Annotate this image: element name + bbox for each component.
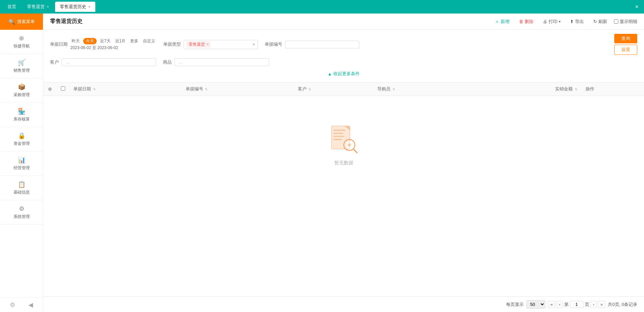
sidebar-collapse-icon[interactable]: ◀: [28, 301, 33, 309]
tab-retail-return[interactable]: 零售退货 ×: [22, 2, 54, 12]
th-checkbox[interactable]: [57, 83, 69, 96]
tab-retail-return-close[interactable]: ×: [47, 4, 49, 9]
th-amount-sort: ⇅: [575, 87, 577, 91]
collapse-filter-btn[interactable]: ▲ 收起更多条件: [50, 69, 637, 78]
page-last-btn[interactable]: »: [598, 301, 605, 308]
sidebar-item-stock-mgmt[interactable]: 🏪 库存核算: [0, 103, 43, 127]
stock-mgmt-icon: 🏪: [18, 108, 25, 115]
filter-type-label: 单据类型: [163, 41, 181, 47]
sidebar-item-quick-nav-label: 快捷导航: [14, 43, 30, 49]
sidebar-item-finance-mgmt[interactable]: 🔒 资金管理: [0, 127, 43, 152]
sidebar-item-finance-mgmt-label: 资金管理: [14, 141, 30, 147]
main-layout: 🔍 搜索菜单 ⊕ 快捷导航 🛒 销售管理 📦 采购管理 🏪 库存核算 🔒 资金管…: [0, 14, 644, 312]
tab-bar: 首页 零售退货 × 零售退货历史 × ×: [0, 0, 644, 14]
tab-retail-return-label: 零售退货: [27, 4, 45, 10]
filter-customer-label: 客户: [50, 59, 59, 65]
page-number-input[interactable]: [570, 301, 583, 308]
page-size-select[interactable]: 50 100 200: [526, 300, 545, 309]
filter-type-tag-text: 零售退货: [189, 42, 205, 47]
add-button[interactable]: ＋ 新增: [492, 17, 512, 26]
tab-bar-right: ×: [632, 3, 641, 10]
sidebar: 🔍 搜索菜单 ⊕ 快捷导航 🛒 销售管理 📦 采购管理 🏪 库存核算 🔒 资金管…: [0, 14, 43, 312]
export-button[interactable]: ⬆ 导出: [567, 17, 587, 26]
content-area: 零售退货历史 ＋ 新增 🗑 删除 🖨 打印 ▾ ⬆ 导出: [43, 14, 644, 312]
sidebar-search[interactable]: 🔍 搜索菜单: [0, 14, 43, 30]
date-more[interactable]: 更多: [129, 38, 140, 44]
sidebar-settings-icon[interactable]: ⚙: [10, 301, 15, 309]
filter-row-2: 客户 ... 商品 ...: [50, 58, 637, 66]
print-label: 打印: [549, 19, 557, 25]
th-guide-label: 导购员: [377, 86, 390, 91]
empty-illustration: [325, 123, 362, 157]
add-icon: ＋: [495, 19, 499, 25]
filter-customer-select[interactable]: ...: [62, 58, 156, 66]
date-today[interactable]: 今天: [83, 38, 97, 44]
date-1month[interactable]: 近1月: [114, 38, 127, 44]
th-customer-label: 客户: [298, 86, 307, 91]
date-range-display: 2023-06-02 至 2023-06-02: [70, 45, 157, 51]
sidebar-item-system-mgmt[interactable]: ⚙ 系统管理: [0, 200, 43, 225]
filter-type-tag-close[interactable]: ×: [206, 42, 209, 47]
tab-retail-return-history-label: 零售退货历史: [60, 4, 86, 10]
sidebar-item-operation-mgmt-label: 经营管理: [14, 165, 30, 171]
sidebar-item-basic-info[interactable]: 📋 基础信息: [0, 176, 43, 200]
filter-type-tag: 零售退货 ×: [187, 41, 211, 48]
select-all-checkbox[interactable]: [61, 86, 65, 91]
sidebar-item-quick-nav[interactable]: ⊕ 快捷导航: [0, 30, 43, 54]
th-date[interactable]: 单据日期 ⇅: [69, 83, 182, 96]
sidebar-item-sales-mgmt[interactable]: 🛒 销售管理: [0, 54, 43, 79]
delete-label: 删除: [525, 19, 533, 25]
add-label: 新增: [501, 19, 509, 25]
print-button[interactable]: 🖨 打印 ▾: [540, 17, 563, 26]
date-7days[interactable]: 近7天: [99, 38, 112, 44]
show-detail-checkbox[interactable]: [614, 19, 618, 24]
show-detail-label: 显示明细: [620, 19, 637, 25]
date-custom[interactable]: 自定义: [142, 38, 157, 44]
query-button[interactable]: 查询: [614, 34, 637, 43]
page-size-label: 每页显示: [506, 302, 524, 308]
print-dropdown-icon: ▾: [559, 20, 560, 23]
th-guide[interactable]: 导购员 ⇅: [373, 83, 469, 96]
quick-nav-icon: ⊕: [19, 35, 24, 42]
th-amount-label: 实销金额: [555, 86, 573, 91]
filter-row-1: 单据日期 昨天 今天 近7天 近1月 更多 自定义 2023-06-02 至 2…: [50, 34, 637, 55]
sidebar-item-operation-mgmt[interactable]: 📊 经营管理: [0, 152, 43, 176]
show-detail-toggle[interactable]: 显示明细: [614, 19, 637, 25]
system-mgmt-icon: ⚙: [19, 205, 24, 213]
filter-number-input[interactable]: [285, 41, 359, 48]
table-container: ⚙ 单据日期 ⇅ 单据编号 ⇅: [43, 83, 644, 296]
sidebar-item-purchase-mgmt[interactable]: 📦 采购管理: [0, 79, 43, 103]
date-shortcuts: 昨天 今天 近7天 近1月 更多 自定义: [70, 38, 157, 44]
th-settings[interactable]: ⚙: [43, 83, 57, 96]
filter-goods-placeholder: ...: [179, 60, 183, 65]
page-next-btn[interactable]: ›: [591, 301, 597, 308]
empty-row: 暂无数据: [43, 96, 644, 194]
filter-type-select[interactable]: 零售退货 × ▾: [184, 40, 258, 49]
th-number-sort: ⇅: [205, 87, 208, 91]
filter-goods-select[interactable]: ...: [174, 58, 269, 66]
sales-mgmt-icon: 🛒: [18, 59, 25, 66]
refresh-button[interactable]: ↻ 刷新: [591, 17, 610, 26]
tab-retail-return-history[interactable]: 零售退货历史 ×: [55, 2, 95, 12]
collapse-label: 收起更多条件: [333, 71, 360, 77]
close-all-btn[interactable]: ×: [632, 3, 641, 10]
tab-home[interactable]: 首页: [3, 2, 21, 12]
page-prev-btn[interactable]: ‹: [556, 301, 563, 308]
filter-type: 单据类型 零售退货 × ▾: [163, 40, 258, 49]
sidebar-search-label: 搜索菜单: [17, 19, 35, 25]
refresh-label: 刷新: [598, 19, 607, 25]
th-amount[interactable]: 实销金额 ⇅: [469, 83, 581, 96]
setting-button[interactable]: 设置: [614, 45, 637, 55]
page-first-btn[interactable]: «: [548, 301, 555, 308]
th-customer[interactable]: 客户 ⇅: [294, 83, 374, 96]
filter-customer: 客户 ...: [50, 58, 156, 66]
th-number[interactable]: 单据编号 ⇅: [182, 83, 294, 96]
th-date-sort: ⇅: [93, 87, 96, 91]
filter-number: 单据编号: [265, 41, 359, 48]
empty-state: 暂无数据: [43, 96, 644, 193]
delete-button[interactable]: 🗑 删除: [516, 17, 536, 26]
date-yesterday[interactable]: 昨天: [70, 38, 81, 44]
sidebar-item-basic-info-label: 基础信息: [14, 190, 30, 195]
table-body: 暂无数据: [43, 96, 644, 194]
tab-retail-return-history-close[interactable]: ×: [88, 4, 91, 9]
